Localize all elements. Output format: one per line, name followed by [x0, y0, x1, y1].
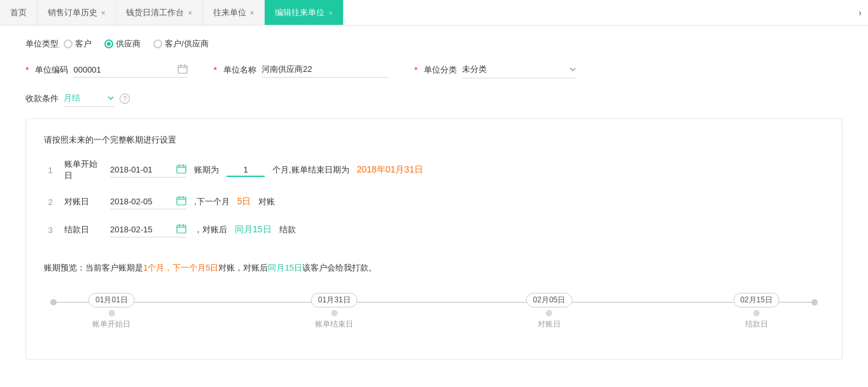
row-type-1: 账单开始日	[64, 158, 102, 181]
date-input-3[interactable]	[110, 225, 174, 234]
radio-customer-label: 客户	[75, 38, 92, 50]
row-number-3: 3	[44, 225, 57, 235]
timeline-label-1: 账单开始日	[92, 319, 130, 330]
timeline-label-4: 结款日	[745, 319, 768, 330]
unit-code-label: 单位编码	[35, 64, 68, 76]
unit-category-label: 单位分类	[424, 64, 457, 76]
settings-title: 请按照未来的一个完整帐期进行设置	[44, 134, 824, 146]
unit-code-required: *	[25, 65, 29, 75]
setting-row-2: 2 对账日 ,下一个月5日对账	[44, 194, 824, 209]
row2-prefix: ,下一个月	[194, 196, 230, 208]
radio-both[interactable]: 客户/供应商	[153, 38, 209, 50]
unit-name-group: * 单位名称	[213, 62, 388, 78]
timeline-container: 01月01日 账单开始日 01月31日 账单结束日 02月05日 对账日 02月…	[50, 293, 818, 344]
radio-both-label: 客户/供应商	[165, 38, 209, 50]
timeline-badge-3: 02月05日	[526, 293, 573, 307]
row3-suffix: 结款	[279, 224, 296, 236]
unit-code-input[interactable]	[73, 62, 175, 77]
tab-edit-partner-close[interactable]: ×	[328, 9, 332, 17]
row3-highlight: 同月15日	[235, 224, 272, 236]
timeline-point-2: 01月31日 账单结束日	[311, 293, 358, 330]
timeline-point-1: 01月01日 账单开始日	[88, 293, 135, 330]
svg-rect-0	[178, 66, 187, 73]
tab-partner-unit-label: 往来单位	[213, 7, 246, 18]
timeline-point-3: 02月05日 对账日	[526, 293, 573, 330]
timeline-dot-4	[753, 310, 760, 316]
tab-sales-history-label: 销售订单历史	[48, 7, 97, 18]
unit-code-input-wrap	[73, 62, 188, 78]
timeline-point-4: 02月15日 结款日	[733, 293, 780, 330]
help-icon[interactable]: ?	[120, 94, 130, 104]
tab-more-icon: ›	[858, 8, 862, 18]
tab-edit-partner-label: 编辑往来单位	[275, 7, 325, 18]
unit-name-input[interactable]	[262, 62, 389, 78]
setting-row-1: 1 账单开始日 账期为 个月,账单结束日期为 2018年01月31日	[44, 158, 824, 181]
chevron-down-icon	[569, 66, 577, 73]
timeline-right-endpoint	[811, 299, 818, 306]
svg-rect-6	[177, 197, 186, 205]
timeline-line	[50, 302, 818, 303]
date-input-2[interactable]	[110, 197, 174, 206]
tab-partner-unit-close[interactable]: ×	[250, 9, 254, 17]
calendar-icon-3[interactable]	[176, 223, 186, 236]
row2-suffix: 对账	[258, 196, 275, 208]
radio-supplier-circle	[104, 39, 113, 48]
svg-rect-9	[177, 225, 186, 233]
tab-sales-history-close[interactable]: ×	[101, 9, 105, 17]
unit-info-row: * 单位编码 * 单位名称 * 单位分类 未分类	[25, 61, 843, 78]
tab-more-button[interactable]: ›	[852, 0, 868, 25]
tab-edit-partner[interactable]: 编辑往来单位 ×	[265, 0, 343, 25]
tab-home-label: 首页	[10, 7, 27, 18]
tab-cash-work-close[interactable]: ×	[188, 9, 192, 17]
tab-sales-history[interactable]: 销售订单历史 ×	[38, 0, 116, 25]
calendar-icon-1[interactable]	[176, 164, 186, 176]
date-input-1[interactable]	[110, 165, 174, 174]
calendar-icon-2[interactable]	[176, 195, 186, 208]
row-number-1: 1	[44, 165, 57, 175]
unit-type-label: 单位类型	[25, 38, 59, 50]
unit-category-select[interactable]: 未分类	[462, 61, 577, 78]
unit-category-group: * 单位分类 未分类	[414, 61, 577, 78]
unit-type-group: 单位类型 客户 供应商 客户/供应商	[25, 38, 209, 50]
unit-category-required: *	[414, 65, 417, 75]
payment-chevron-down-icon	[107, 94, 115, 102]
timeline-badge-4: 02月15日	[733, 293, 780, 307]
period-end-date: 2018年01月31日	[357, 164, 423, 176]
preview-part2: 下一个月5日	[172, 263, 218, 272]
tab-cash-work-label: 钱货日清工作台	[126, 7, 184, 18]
radio-both-circle	[153, 39, 162, 48]
payment-condition-label: 收款条件	[25, 93, 59, 104]
main-content: 单位类型 客户 供应商 客户/供应商 * 单位编码	[0, 25, 868, 387]
unit-code-action-icon[interactable]	[178, 64, 188, 76]
preview-suffix: 该客户会给我打款。	[302, 263, 377, 272]
tab-cash-work[interactable]: 钱货日清工作台 ×	[116, 0, 202, 25]
payment-condition-row: 收款条件 月结 ?	[25, 90, 843, 107]
payment-condition-select[interactable]: 月结	[64, 90, 115, 107]
radio-supplier-label: 供应商	[116, 38, 141, 50]
row-type-2: 对账日	[64, 196, 102, 208]
settings-box: 请按照未来的一个完整帐期进行设置 1 账单开始日 账期为 个月,账单结束日期为 …	[25, 118, 843, 360]
radio-customer[interactable]: 客户	[64, 38, 92, 50]
payment-condition-value: 月结	[64, 92, 104, 104]
payment-condition-group: 收款条件 月结 ?	[25, 90, 130, 107]
unit-type-row: 单位类型 客户 供应商 客户/供应商	[25, 38, 843, 50]
setting-row-3: 3 结款日 ，对账后同月15日结款	[44, 222, 824, 237]
row-type-3: 结款日	[64, 224, 102, 236]
row-number-2: 2	[44, 197, 57, 207]
preview-section: 账期预览：当前客户账期是1个月，下一个月5日对账，对账后同月15日该客户会给我打…	[44, 250, 824, 275]
radio-supplier[interactable]: 供应商	[104, 38, 141, 50]
tab-partner-unit[interactable]: 往来单位 ×	[203, 0, 265, 25]
unit-name-label: 单位名称	[223, 64, 256, 76]
timeline-badge-2: 01月31日	[311, 293, 358, 307]
svg-rect-3	[177, 165, 186, 173]
timeline-dot-1	[108, 310, 115, 316]
timeline-left-endpoint	[50, 299, 57, 306]
row2-highlight: 5日	[237, 196, 251, 208]
preview-part4: 同月15日	[268, 263, 302, 272]
preview-part3: 对账，对账后	[218, 263, 268, 272]
unit-code-group: * 单位编码	[25, 62, 188, 78]
unit-name-required: *	[213, 65, 216, 75]
tab-home[interactable]: 首页	[0, 0, 38, 25]
period-input[interactable]	[227, 164, 265, 177]
timeline-dot-2	[331, 310, 337, 316]
